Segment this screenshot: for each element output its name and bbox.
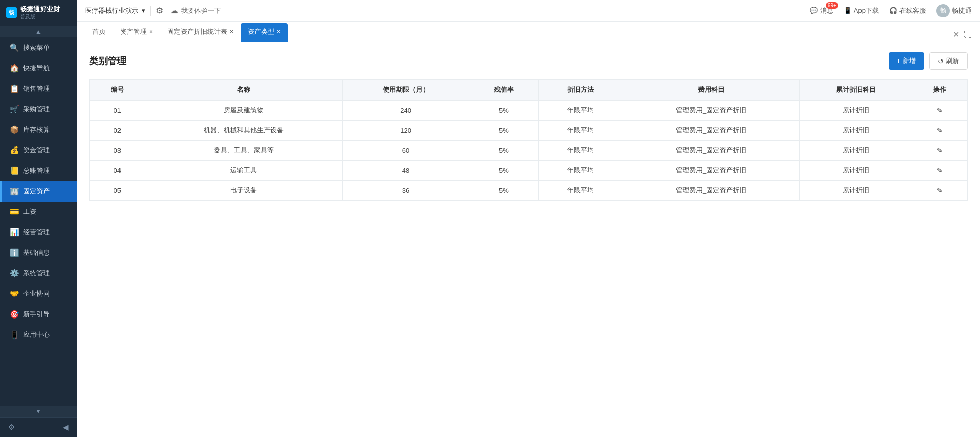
column-header: 折旧方法 [538,80,623,101]
ledger-icon: 📒 [10,166,19,175]
cooperation-icon: 🤝 [10,289,19,299]
tab-close-icon[interactable]: × [230,28,233,35]
sidebar-item-label: 固定资产 [23,187,50,196]
user-menu[interactable]: 畅 畅捷通 [936,4,972,17]
expense-cell: 管理费用_固定资产折旧 [623,181,799,201]
app-logo: 畅 [6,7,17,18]
table-row: 05电子设备365%年限平均管理费用_固定资产折旧累计折旧✎ [90,181,968,201]
tab-close-icon[interactable]: × [277,28,281,35]
sidebar-scroll-up[interactable]: ▲ [0,26,77,37]
sidebar-item-label: 快捷导航 [23,64,50,73]
sidebar-item-label: 基础信息 [23,248,50,257]
settings-icon[interactable]: ⚙ [8,423,15,432]
sidebar-item-quick-nav[interactable]: 🏠快捷导航 [0,58,77,78]
sidebar-item-label: 搜索菜单 [23,43,50,52]
tab-depreciation-table[interactable]: 固定资产折旧统计表× [160,23,241,42]
sidebar-scroll-down[interactable]: ▼ [0,406,77,417]
fund-icon: 💰 [10,146,19,155]
column-header: 残值率 [469,80,538,101]
edit-cell[interactable]: ✎ [912,161,967,181]
sidebar-item-ledger[interactable]: 📒总账管理 [0,161,77,181]
sidebar-item-fund[interactable]: 💰资金管理 [0,140,77,161]
avatar: 畅 [936,4,950,17]
months-cell: 60 [343,141,469,161]
table-row: 04运输工具485%年限平均管理费用_固定资产折旧累计折旧✎ [90,161,968,181]
column-header: 使用期限（月） [343,80,469,101]
tab-close-icon[interactable]: × [149,28,153,35]
cumulative-cell: 累计折旧 [799,121,912,141]
table-row: 02机器、机械和其他生产设备1205%年限平均管理费用_固定资产折旧累计折旧✎ [90,121,968,141]
company-name: 医疗器械行业演示 [85,6,138,15]
cumulative-cell: 累计折旧 [799,161,912,181]
months-cell: 36 [343,181,469,201]
dropdown-icon: ▾ [142,7,145,14]
sidebar-item-guide[interactable]: 🎯新手引导 [0,304,77,325]
sidebar-item-label: 总账管理 [23,166,50,175]
edit-cell[interactable]: ✎ [912,181,967,201]
collapse-icon[interactable]: ◀ [63,423,69,432]
tab-label: 资产类型 [248,27,274,36]
sidebar: 畅 畅捷通好业财 普及版 ▲ 🔍搜索菜单🏠快捷导航📋销售管理🛒采购管理📦库存核算… [0,0,77,437]
sidebar-item-cooperation[interactable]: 🤝企业协同 [0,284,77,304]
main-area: 医疗器械行业演示 ▾ ⚙ ☁ 我要体验一下 💬 消息 99+ 📱 App下载 🎧… [77,0,980,437]
sidebar-item-operations[interactable]: 📊经营管理 [0,222,77,243]
page-header: 类别管理 + 新增 ↺ 刷新 [89,52,968,70]
sidebar-item-basic-info[interactable]: ℹ️基础信息 [0,243,77,263]
app-download-button[interactable]: 📱 App下载 [844,6,879,15]
quick-nav-icon: 🏠 [10,64,19,73]
customer-service-button[interactable]: 🎧 在线客服 [889,6,926,15]
sidebar-item-label: 经营管理 [23,228,50,237]
cumulative-cell: 累计折旧 [799,181,912,201]
expense-cell: 管理费用_固定资产折旧 [623,161,799,181]
sidebar-item-label: 企业协同 [23,289,50,299]
sidebar-item-sales[interactable]: 📋销售管理 [0,78,77,99]
sidebar-footer: ⚙ ◀ [0,417,77,437]
sidebar-item-label: 采购管理 [23,105,50,114]
sidebar-item-fixed-assets[interactable]: 🏢固定资产 [0,181,77,202]
sidebar-item-label: 销售管理 [23,84,50,93]
topbar-divider [150,6,151,16]
sidebar-item-payroll[interactable]: 💳工资 [0,202,77,222]
company-selector[interactable]: 医疗器械行业演示 ▾ [85,6,145,15]
page-actions: + 新增 ↺ 刷新 [889,52,968,70]
tab-asset-management[interactable]: 资产管理× [113,23,160,42]
new-button[interactable]: + 新增 [889,52,924,70]
topbar: 医疗器械行业演示 ▾ ⚙ ☁ 我要体验一下 💬 消息 99+ 📱 App下载 🎧… [77,0,980,22]
sidebar-item-label: 系统管理 [23,269,50,278]
refresh-button[interactable]: ↺ 刷新 [929,52,968,70]
sidebar-item-search[interactable]: 🔍搜索菜单 [0,37,77,58]
column-header: 费用科目 [623,80,799,101]
sidebar-item-purchase[interactable]: 🛒采购管理 [0,99,77,120]
months-cell: 48 [343,161,469,181]
sidebar-item-label: 新手引导 [23,310,50,319]
tab-home[interactable]: 首页 [85,23,113,42]
edit-cell[interactable]: ✎ [912,101,967,121]
edit-cell[interactable]: ✎ [912,121,967,141]
customer-service-icon: 🎧 [889,7,897,14]
app-center-icon: 📱 [10,330,19,340]
system-icon: ⚙️ [10,269,19,278]
app-info: 畅捷通好业财 普及版 [20,5,60,21]
edit-cell[interactable]: ✎ [912,141,967,161]
maximize-window-icon[interactable]: ⛶ [964,30,972,39]
app-download-icon: 📱 [844,7,852,14]
column-header: 编号 [90,80,145,101]
name-cell: 器具、工具、家具等 [145,141,343,161]
sidebar-item-inventory[interactable]: 📦库存核算 [0,120,77,140]
sidebar-item-app-center[interactable]: 📱应用中心 [0,325,77,345]
sidebar-item-label: 工资 [23,207,36,216]
refresh-icon: ↺ [938,57,944,65]
residual-cell: 5% [469,141,538,161]
code-cell: 04 [90,161,145,181]
close-window-icon[interactable]: ✕ [953,30,959,39]
method-cell: 年限平均 [538,161,623,181]
settings-icon[interactable]: ⚙ [156,6,163,15]
operations-icon: 📊 [10,228,19,237]
trial-button[interactable]: ☁ 我要体验一下 [170,6,221,15]
sidebar-item-system[interactable]: ⚙️系统管理 [0,263,77,284]
messages-button[interactable]: 💬 消息 99+ [810,6,833,15]
months-cell: 240 [343,101,469,121]
method-cell: 年限平均 [538,141,623,161]
page-title: 类别管理 [89,55,126,67]
tab-asset-type[interactable]: 资产类型× [241,23,288,42]
